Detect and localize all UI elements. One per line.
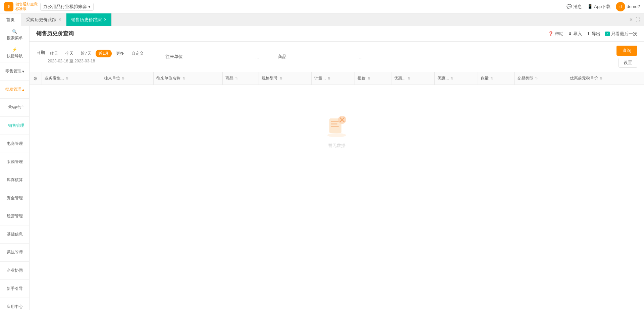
date-btn-last7days[interactable]: 近7天 bbox=[78, 50, 94, 57]
sort-arrows-discount1: ⇅ bbox=[408, 76, 410, 80]
date-label: 日期 bbox=[36, 50, 45, 56]
settings-icon[interactable]: ⚙ bbox=[33, 76, 38, 81]
page-title: 销售历史价查询 bbox=[36, 30, 74, 37]
table-header-row: ⚙ 业务发生... ⇅ 往来单位 ⇅ 往来单位名称 ⇅ bbox=[30, 72, 644, 85]
sidebar-item-marketing[interactable]: 营销推广 bbox=[0, 99, 29, 117]
col-quantity[interactable]: 数量 ⇅ bbox=[478, 72, 515, 85]
export-action[interactable]: ⬆ 导出 bbox=[587, 31, 600, 37]
tab-bar: 首页 采购历史价跟踪 ✕ 销售历史价跟踪 ✕ ✕ ⛶ bbox=[0, 13, 644, 26]
date-buttons: 昨天 今天 近7天 近1月 更多 自定义 bbox=[47, 50, 147, 57]
date-btn-today[interactable]: 今天 bbox=[62, 50, 76, 57]
close-window-icon[interactable]: ✕ bbox=[629, 17, 633, 22]
col-discount2[interactable]: 优惠... ⇅ bbox=[435, 72, 478, 85]
col-settings[interactable]: ⚙ bbox=[30, 72, 42, 85]
counterpart-dots[interactable]: ... bbox=[255, 54, 259, 59]
goods-dots[interactable]: ... bbox=[359, 54, 363, 59]
avatar: d bbox=[616, 2, 625, 11]
sort-arrows-unit: ⇅ bbox=[328, 76, 330, 80]
tab-purchase-history[interactable]: 采购历史价跟踪 ✕ bbox=[21, 13, 66, 26]
query-button[interactable]: 查询 bbox=[616, 46, 637, 56]
counterpart-label: 往来单位 bbox=[165, 54, 183, 60]
goods-filter: 商品 ... bbox=[278, 53, 363, 60]
help-action[interactable]: ❓ 帮助 bbox=[548, 31, 564, 37]
sidebar-item-search-menu[interactable]: 🔍 搜索菜单 bbox=[0, 26, 29, 44]
sort-arrows-trade-type: ⇅ bbox=[535, 76, 538, 80]
col-biz-date[interactable]: 业务发生... ⇅ bbox=[42, 72, 101, 85]
col-trade-type[interactable]: 交易类型 ⇅ bbox=[514, 72, 567, 85]
date-btn-yesterday[interactable]: 昨天 bbox=[47, 50, 61, 57]
action-buttons: 查询 设置 bbox=[616, 46, 637, 68]
sidebar-item-purchase-mgmt[interactable]: 采购管理 bbox=[0, 153, 29, 171]
sidebar-item-ecommerce-mgmt[interactable]: 电商管理 bbox=[0, 135, 29, 153]
filter-row: 日期 昨天 今天 近7天 近1月 更多 自定义 2023-02-18 至 202… bbox=[36, 46, 637, 68]
chevron-down-icon: ▾ bbox=[22, 69, 24, 74]
logo-text: 销售通好生意 标准版 bbox=[15, 2, 38, 11]
logo-icon: 6 bbox=[4, 2, 13, 11]
date-btn-custom[interactable]: 自定义 bbox=[128, 50, 147, 57]
main-layout: 🔍 搜索菜单 ⚡ 快捷导航 零售管理 ▾ 批发管理 ▴ 营销推广 销售管理 电商… bbox=[0, 26, 644, 310]
empty-state: 暂无数据 bbox=[30, 85, 644, 175]
sidebar-item-enterprise-collab[interactable]: 企业协同 bbox=[0, 262, 29, 280]
goods-input[interactable] bbox=[289, 53, 356, 60]
user-profile-action[interactable]: d demo2 bbox=[616, 2, 640, 11]
date-btn-more[interactable]: 更多 bbox=[113, 50, 127, 57]
col-unit[interactable]: 计量... ⇅ bbox=[312, 72, 355, 85]
logo-area: 6 销售通好生意 标准版 bbox=[4, 2, 38, 11]
sort-arrows-quantity: ⇅ bbox=[490, 76, 493, 80]
sidebar-item-quick-nav[interactable]: ⚡ 快捷导航 bbox=[0, 44, 29, 62]
sidebar-item-wholesale-mgmt[interactable]: 批发管理 ▴ bbox=[0, 81, 29, 99]
col-discount1[interactable]: 优惠... ⇅ bbox=[391, 72, 435, 85]
table-container: ⚙ 业务发生... ⇅ 往来单位 ⇅ 往来单位名称 ⇅ bbox=[30, 72, 644, 310]
counterpart-input[interactable] bbox=[185, 53, 253, 60]
svg-point-0 bbox=[327, 133, 346, 137]
col-pretax-price[interactable]: 优惠前无税单价 ⇅ bbox=[567, 72, 644, 85]
filter-area: 日期 昨天 今天 近7天 近1月 更多 自定义 2023-02-18 至 202… bbox=[30, 42, 644, 72]
sidebar-item-inventory-check[interactable]: 库存核算 bbox=[0, 171, 29, 189]
content-area: 销售历史价查询 ❓ 帮助 ⬇ 导入 ⬆ 导出 ✓ 只看最后一次 bbox=[30, 26, 644, 310]
tab-home[interactable]: 首页 bbox=[0, 13, 21, 26]
top-bar-left: 6 销售通好生意 标准版 办公用品行业模拟账套 ▾ bbox=[4, 2, 94, 11]
only-last-checkbox-label[interactable]: ✓ 只看最后一次 bbox=[605, 31, 637, 37]
sidebar-item-app-center[interactable]: 应用中心 bbox=[0, 298, 29, 310]
sort-arrows-discount2: ⇅ bbox=[450, 76, 453, 80]
counterpart-filter: 往来单位 ... bbox=[165, 53, 259, 60]
message-action[interactable]: 💬 消息 bbox=[567, 4, 582, 10]
sidebar-item-finance-mgmt[interactable]: 资金管理 bbox=[0, 189, 29, 207]
col-quote-price[interactable]: 报价 ⇅ bbox=[355, 72, 391, 85]
sidebar-item-system-mgmt[interactable]: 系统管理 bbox=[0, 244, 29, 262]
import-action[interactable]: ⬇ 导入 bbox=[568, 31, 582, 37]
col-goods[interactable]: 商品 ⇅ bbox=[222, 72, 259, 85]
tab-purchase-history-close[interactable]: ✕ bbox=[58, 18, 61, 21]
col-counterpart-code[interactable]: 往来单位 ⇅ bbox=[101, 72, 154, 85]
sort-arrows-pretax-price: ⇅ bbox=[600, 76, 602, 80]
export-icon: ⬆ bbox=[587, 31, 590, 36]
tab-sales-history-close[interactable]: ✕ bbox=[104, 18, 107, 21]
date-range-display: 2023-02-18 至 2023-03-18 bbox=[48, 58, 147, 64]
sidebar-item-basic-info[interactable]: 基础信息 bbox=[0, 225, 29, 244]
import-icon: ⬇ bbox=[568, 31, 572, 36]
date-btn-last1month[interactable]: 近1月 bbox=[96, 50, 112, 57]
sort-arrows-quote-price: ⇅ bbox=[368, 76, 370, 80]
svg-rect-4 bbox=[331, 126, 339, 127]
app-selector[interactable]: 办公用品行业模拟账套 ▾ bbox=[40, 3, 94, 11]
sidebar-item-sales-mgmt[interactable]: 销售管理 bbox=[0, 117, 29, 135]
tab-sales-history[interactable]: 销售历史价跟踪 ✕ bbox=[66, 13, 112, 26]
maximize-window-icon[interactable]: ⛶ bbox=[636, 17, 640, 22]
only-last-checkbox[interactable]: ✓ bbox=[605, 32, 610, 36]
col-counterpart-name[interactable]: 往来单位名称 ⇅ bbox=[154, 72, 222, 85]
sidebar-item-retail-mgmt[interactable]: 零售管理 ▾ bbox=[0, 62, 29, 81]
help-icon: ❓ bbox=[548, 31, 553, 36]
data-table: ⚙ 业务发生... ⇅ 往来单位 ⇅ 往来单位名称 ⇅ bbox=[30, 72, 644, 85]
svg-rect-3 bbox=[331, 123, 337, 124]
setting-button[interactable]: 设置 bbox=[619, 58, 637, 68]
goods-label: 商品 bbox=[278, 54, 286, 60]
nav-icon: ⚡ bbox=[12, 47, 17, 52]
empty-text: 暂无数据 bbox=[328, 143, 345, 149]
window-controls: ✕ ⛶ bbox=[625, 13, 644, 26]
sidebar-item-beginner-guide[interactable]: 新手引导 bbox=[0, 280, 29, 298]
app-download-action[interactable]: 📱 App下载 bbox=[587, 4, 610, 10]
header-actions: ❓ 帮助 ⬇ 导入 ⬆ 导出 ✓ 只看最后一次 bbox=[548, 31, 637, 37]
col-spec[interactable]: 规格型号 ⇅ bbox=[259, 72, 312, 85]
sort-arrows-biz-date: ⇅ bbox=[66, 76, 68, 80]
sidebar-item-ops-mgmt[interactable]: 经营管理 bbox=[0, 207, 29, 225]
